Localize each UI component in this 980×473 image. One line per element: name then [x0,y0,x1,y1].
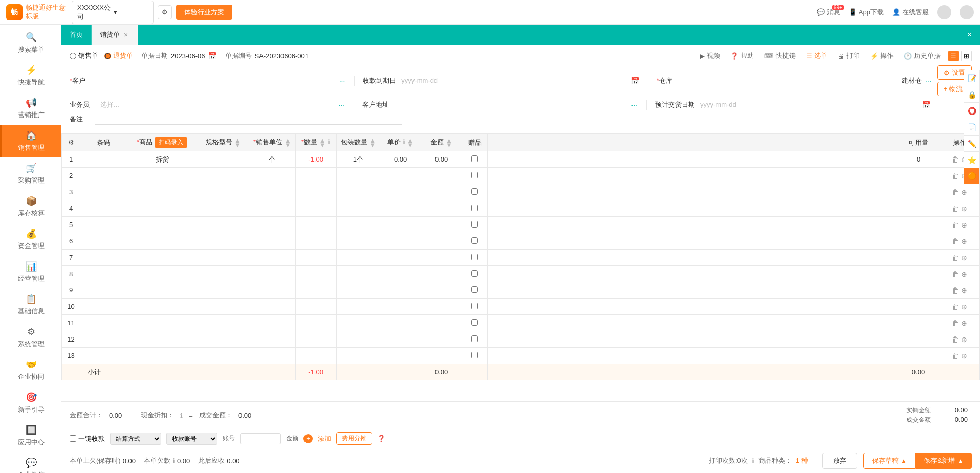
delete-row-button[interactable]: 🗑 [952,270,959,278]
company-selector[interactable]: XXXXXX公司 ▾ [72,1,154,24]
history-button[interactable]: 🕐 历史单据 [901,50,944,61]
customer-dots-button[interactable]: ··· [338,77,346,85]
copy-row-button[interactable]: ⊕ [961,319,967,327]
sidebar-item-appstore[interactable]: 🔲 应用中心 [0,419,61,452]
list-view-button[interactable]: ☰ [948,51,959,61]
add-payment-button[interactable]: + [303,434,313,443]
unit-sort-icon[interactable]: ▲▼ [285,138,291,147]
sidebar-item-enterprise[interactable]: 🤝 企业协同 [0,354,61,387]
trial-button[interactable]: 体验行业方案 [176,5,232,20]
float-circle-button[interactable]: ⭕ [964,102,980,119]
delete-row-button[interactable]: 🗑 [952,335,959,344]
spec-sort-icon[interactable]: ▲▼ [234,138,241,147]
sidebar-item-inventory[interactable]: 📦 库存核算 [0,190,61,223]
delete-row-button[interactable]: 🗑 [952,319,959,327]
print-button[interactable]: 🖨 打印 [835,50,863,61]
copy-row-button[interactable]: ⊕ [961,286,967,295]
abandon-button[interactable]: 放弃 [822,453,857,469]
price-info-icon[interactable]: ℹ [403,138,405,146]
tab-close-icon[interactable]: × [123,30,129,40]
delete-row-button[interactable]: 🗑 [952,254,959,262]
customer-addr-input[interactable] [392,99,627,110]
pkgqty-sort-icon[interactable]: ▲▼ [369,138,376,147]
warehouse-input[interactable] [685,75,930,86]
float-star-button[interactable]: ⭐ [964,151,980,168]
sidebar-item-purchase[interactable]: 🛒 采购管理 [0,157,61,190]
order-owe-info-icon[interactable]: ℹ [172,457,175,465]
discount-info-icon[interactable]: ℹ [180,412,183,419]
price-sort-icon[interactable]: ▲▼ [407,138,413,147]
qty-sort-icon[interactable]: ▲▼ [319,138,326,147]
fee-split-button[interactable]: 费用分摊 [336,432,372,445]
copy-row-button[interactable]: ⊕ [961,254,967,262]
sidebar-item-basic[interactable]: 📋 基础信息 [0,288,61,321]
delete-row-button[interactable]: 🗑 [952,172,959,180]
choose-order-button[interactable]: ☰ 选单 [803,50,831,61]
operate-button[interactable]: ⚡ 操作 [867,50,897,61]
delete-row-button[interactable]: 🗑 [952,286,959,295]
copy-row-button[interactable]: ⊕ [961,205,967,213]
delete-row-button[interactable]: 🗑 [952,205,959,213]
sidebar-item-wechat[interactable]: 💬 企业微信 [0,452,61,473]
copy-row-button[interactable]: ⊕ [961,221,967,229]
delete-row-button[interactable]: 🗑 [952,303,959,311]
one-click-pay-checkbox[interactable]: 一键收款 [70,434,105,443]
tab-home[interactable]: 首页 [61,25,92,45]
delete-row-button[interactable]: 🗑 [952,221,959,229]
float-doc-button[interactable]: 📄 [964,119,980,135]
row-gift[interactable] [462,151,488,168]
help-button[interactable]: ❓ 帮助 [727,50,757,61]
messages-button[interactable]: 💬 消息 99+ [817,8,840,17]
sidebar-item-operation[interactable]: 📊 经营管理 [0,256,61,288]
delete-row-button[interactable]: 🗑 [952,352,959,360]
row-amount[interactable]: 0.00 [421,151,462,168]
avatar-secondary[interactable] [960,5,974,19]
addr-dots-button[interactable]: ··· [630,101,638,109]
grid-view-button[interactable]: ⊞ [961,51,972,61]
scan-button[interactable]: 扫码录入 [155,137,187,148]
sidebar-item-marketing[interactable]: 📢 营销推广 [0,92,61,125]
radio-return-order[interactable]: 退货单 [104,51,133,60]
expected-date-input[interactable] [698,99,919,110]
row-price[interactable]: 0.00 [380,151,421,168]
video-button[interactable]: ▶ 视频 [696,50,723,61]
save-new-button[interactable]: 保存&新增 ▲ [916,453,972,469]
row-qty[interactable]: -1.00 [295,151,336,168]
online-service-button[interactable]: 👤 在线客服 [892,8,929,17]
float-edit-button[interactable]: ✏️ [964,135,980,151]
expected-cal-icon[interactable]: 📅 [922,101,931,109]
float-lock-button[interactable]: 🔒 [964,86,980,102]
account-no-input[interactable] [240,433,281,444]
customer-input[interactable] [98,75,335,86]
salesman-dots-button[interactable]: ··· [337,101,345,109]
sidebar-item-sales[interactable]: 🏠 销售管理 [0,125,61,157]
date-calendar-icon[interactable]: 📅 [208,52,217,60]
print-info-icon[interactable]: ℹ [752,457,754,465]
warehouse-dots-button[interactable]: ··· [925,77,933,85]
delete-row-button[interactable]: 🗑 [952,155,959,164]
sidebar-item-shortcut[interactable]: ⚡ 快捷导航 [0,59,61,92]
copy-row-button[interactable]: ⊕ [961,270,967,278]
avatar[interactable] [937,5,951,19]
shortcut-key-button[interactable]: ⌨ 快捷键 [761,50,799,61]
delete-row-button[interactable]: 🗑 [952,188,959,196]
copy-row-button[interactable]: ⊕ [961,352,967,360]
account-select[interactable]: 收款账号 [166,433,217,445]
sidebar-item-search[interactable]: 🔍 搜索菜单 [0,27,61,59]
float-orange-button[interactable]: 🟠 [964,168,980,184]
copy-row-button[interactable]: ⊕ [961,237,967,245]
radio-sales-order[interactable]: 销售单 [70,51,98,60]
amount-sort-icon[interactable]: ▲▼ [446,138,452,147]
sidebar-item-system[interactable]: ⚙ 系统管理 [0,321,61,354]
app-download-button[interactable]: 📱 App下载 [848,8,884,17]
tab-end-close-button[interactable]: × [959,30,980,39]
delete-row-button[interactable]: 🗑 [952,237,959,245]
float-note-button[interactable]: 📝 [964,70,980,86]
copy-row-button[interactable]: ⊕ [961,303,967,311]
tab-sales-order[interactable]: 销货单 × [92,25,138,45]
note-input[interactable] [95,114,402,125]
settings-gear-button[interactable]: ⚙ [158,5,172,19]
save-draft-button[interactable]: 保存草稿 ▲ [863,453,916,469]
copy-row-button[interactable]: ⊕ [961,188,967,196]
th-config[interactable]: ⚙ [62,134,80,151]
